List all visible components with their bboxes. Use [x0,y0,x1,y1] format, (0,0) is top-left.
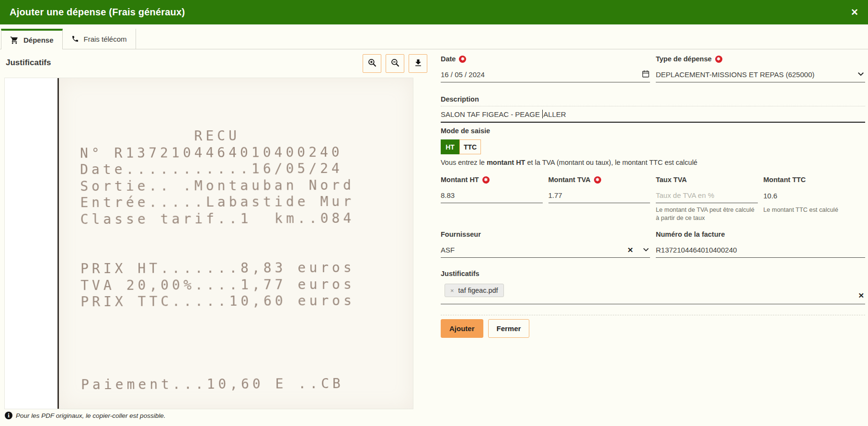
taux-tva-input[interactable] [656,191,758,199]
date-label: Date ✱ [441,54,650,64]
amount-ht-field-group: Montant HT ✱ [441,174,543,222]
zoom-in-button[interactable] [363,54,381,73]
description-input[interactable]: SALON TAF FIGEAC - PEAGE ALLER [441,106,865,123]
taux-tva-label: Taux TVA [656,174,758,185]
chevron-down-icon[interactable] [857,69,865,80]
invoice-number-label: Numéro de la facture [656,229,865,240]
entry-mode-label: Mode de saisie [441,126,865,136]
receipt-viewer: RECU N° R1372104464010400240 Date.......… [4,78,413,409]
scan-edge [57,78,59,409]
tab-frais-telecom[interactable]: Frais télécom [63,29,136,49]
amount-ttc-label: Montant TTC [764,174,866,185]
attachment-chip[interactable]: × taf figeac.pdf [445,284,504,297]
amount-tva-field-group: Montant TVA ✱ [548,174,651,222]
amount-ht-label: Montant HT ✱ [441,174,543,185]
entry-mode-group: Mode de saisie HT TTC [441,126,865,154]
viewer-footer-note: i Pour les PDF originaux, le copier-coll… [5,412,165,419]
attachments-field-group: Justificatifs × taf figeac.pdf ✕ [441,268,865,304]
zoom-out-button[interactable] [386,54,404,73]
taux-tva-help: Le montant de TVA peut être calculé à pa… [656,206,758,222]
description-value-after: ALLER [543,110,566,118]
amount-ttc-help: Le montant TTC est calculé [764,206,866,214]
dashed-divider [441,315,865,315]
zoom-in-icon [367,58,377,69]
attachment-file-name: taf figeac.pdf [458,287,498,294]
viewer-heading: Justificatifs [6,58,51,68]
close-button[interactable]: Fermer [488,319,530,338]
taux-tva-field-group: Taux TVA Le montant de TVA peut être cal… [656,174,758,222]
add-button[interactable]: Ajouter [441,319,483,338]
toggle-ttc-button[interactable]: TTC [459,139,481,154]
chevron-down-icon[interactable] [642,245,650,255]
required-badge: ✱ [715,56,722,63]
chip-remove-icon[interactable]: × [450,287,454,294]
supplier-label: Fournisseur [441,229,650,240]
expense-type-label: Type de dépense ✱ [656,54,865,64]
receipt-scan-text: RECU N° R1372104464010400240 Date.......… [80,127,355,393]
download-button[interactable] [409,54,427,73]
amount-ttc-field-group: Montant TTC 10.6 Le montant TTC est calc… [764,174,866,222]
phone-icon [71,35,79,43]
entry-mode-hint: Vous entrez le montant HT et la TVA (mon… [441,159,697,166]
text-cursor [542,110,543,118]
expense-type-value: DEPLACEMENT-MISSIONS ET REPAS (625000) [656,70,814,79]
modal-title: Ajouter une dépense (Frais généraux) [10,7,185,18]
supplier-input[interactable] [441,246,620,254]
viewer-toolbar [363,54,427,73]
attachments-field[interactable]: × taf figeac.pdf ✕ [441,283,865,304]
download-icon [413,58,423,69]
viewer-footer-note-text: Pour les PDF originaux, le copier-coller… [16,412,165,419]
expense-form: Date ✱ Type de dépense ✱ [441,0,865,426]
description-value-before: SALON TAF FIGEAC - PEAGE [441,110,542,118]
attachments-clear-icon[interactable]: ✕ [858,292,864,299]
tab-depense-label: Dépense [23,36,54,44]
supplier-field-group: Fournisseur ✕ [441,229,650,258]
date-field-group: Date ✱ [441,54,650,82]
form-actions: Ajouter Fermer [441,319,529,338]
tab-depense[interactable]: Dépense [1,29,63,49]
attachments-label: Justificatifs [441,268,865,279]
tab-frais-telecom-label: Frais télécom [84,35,127,43]
invoice-number-field-group: Numéro de la facture [656,229,865,258]
amount-ttc-value: 10.6 [764,192,777,200]
required-badge: ✱ [594,176,601,184]
amount-tva-input[interactable] [548,191,651,199]
info-icon: i [5,412,12,419]
required-badge: ✱ [459,56,466,63]
zoom-out-icon [390,58,400,69]
date-input[interactable] [441,70,635,79]
required-badge: ✱ [482,176,490,184]
expense-modal: Ajouter une dépense (Frais généraux) ✕ D… [0,0,868,426]
supplier-clear-icon[interactable]: ✕ [627,246,633,253]
cart-icon [10,36,19,45]
description-field-group: Description SALON TAF FIGEAC - PEAGE ALL… [441,94,865,123]
invoice-number-input[interactable] [656,246,865,254]
description-label: Description [441,94,865,104]
entry-mode-toggle: HT TTC [441,139,865,154]
toggle-ht-button[interactable]: HT [441,139,459,154]
amount-ht-input[interactable] [441,191,543,199]
calendar-icon[interactable] [641,69,650,80]
expense-type-select[interactable]: DEPLACEMENT-MISSIONS ET REPAS (625000) [656,67,865,82]
expense-type-field-group: Type de dépense ✱ DEPLACEMENT-MISSIONS E… [656,54,865,82]
supplier-select[interactable]: ✕ [441,242,650,258]
amount-tva-label: Montant TVA ✱ [548,174,651,185]
